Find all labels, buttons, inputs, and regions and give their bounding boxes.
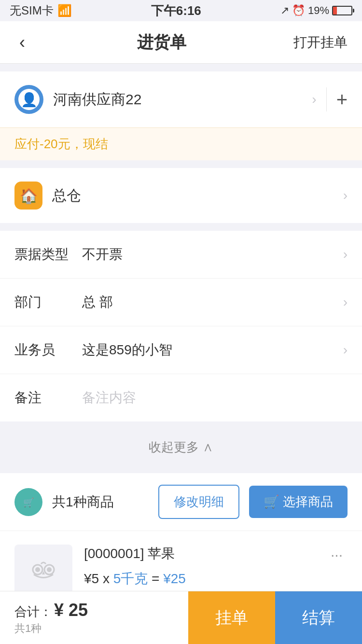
product-more-button[interactable]: ··· [326,545,348,565]
warehouse-section: 🏠 总仓 › [0,168,362,223]
status-bar: 无SIM卡 📶 下午6:16 ↗ ⏰ 19% [0,0,362,21]
alarm-icon: ⏰ [292,4,305,17]
collapse-toggle[interactable]: 收起更多 ∧ [0,429,362,465]
department-label: 部门 [14,293,72,311]
warehouse-row[interactable]: 🏠 总仓 › [0,168,362,223]
svg-text:🛒: 🛒 [23,497,34,508]
hang-button[interactable]: 挂单 [188,591,275,644]
remark-row[interactable]: 备注 备注内容 [0,374,362,421]
salesman-chevron-icon: › [343,342,348,358]
product-name: [0000001] 苹果 [84,545,314,563]
remark-label: 备注 [14,389,72,407]
status-indicators: ↗ ⏰ 19% [280,4,352,17]
invoice-chevron-icon: › [343,247,348,262]
location-icon: ↗ [280,4,289,17]
supplier-avatar: 👤 [14,85,43,114]
supplier-section: 👤 河南供应商22 › + 应付-20元，现结 [0,71,362,160]
salesman-row[interactable]: 业务员 这是859的小智 › [0,326,362,374]
department-row[interactable]: 部门 总 部 › [0,278,362,326]
open-hang-button[interactable]: 打开挂单 [293,33,348,52]
wifi-icon: 📶 [57,4,72,17]
checkout-button[interactable]: 结算 [275,591,362,644]
add-supplier-button[interactable]: + [336,89,348,111]
status-carrier: 无SIM卡 📶 [10,3,72,18]
total-label: 合计： [14,603,52,620]
svg-point-5 [47,567,52,572]
warehouse-icon: 🏠 [14,182,42,210]
page-title: 进货单 [137,31,186,54]
carrier-text: 无SIM卡 [10,3,54,18]
supplier-name: 河南供应商22 [53,90,312,110]
svg-point-4 [35,567,40,572]
notice-banner: 应付-20元，现结 [0,127,362,160]
battery-percent: 19% [308,4,329,17]
cart-icon: 🛒 [264,494,279,509]
products-cart-icon: 🛒 [14,488,42,516]
department-value: 总 部 [72,293,343,311]
status-time: 下午6:16 [151,2,201,19]
product-info: [0000001] 苹果 ¥5 x 5千克 = ¥25 [84,545,314,588]
select-product-button[interactable]: 🛒 选择商品 [249,486,348,518]
total-amount: ¥ 25 [54,600,88,620]
invoice-value: 不开票 [72,245,343,264]
battery-icon [332,6,352,15]
avatar-icon: 👤 [21,92,38,108]
remark-value[interactable]: 备注内容 [72,389,348,407]
warehouse-chevron-icon: › [343,188,348,203]
divider [326,87,327,112]
back-button[interactable]: ‹ [14,28,30,57]
total-section: 合计： ¥ 25 共1种 [0,600,188,636]
product-price: ¥5 x 5千克 = ¥25 [84,570,314,588]
form-section: 票据类型 不开票 › 部门 总 部 › 业务员 这是859的小智 › 备注 备注… [0,231,362,421]
edit-detail-button[interactable]: 修改明细 [158,485,239,519]
invoice-label: 票据类型 [14,245,72,264]
invoice-row[interactable]: 票据类型 不开票 › [0,231,362,278]
products-count: 共1种商品 [52,493,149,511]
nav-bar: ‹ 进货单 打开挂单 [0,21,362,64]
warehouse-icon-symbol: 🏠 [20,187,38,204]
total-count: 共1种 [14,621,174,636]
salesman-label: 业务员 [14,341,72,359]
supplier-row[interactable]: 👤 河南供应商22 › + [0,71,362,127]
products-header: 🛒 共1种商品 修改明细 🛒 选择商品 [0,473,362,531]
salesman-value: 这是859的小智 [72,341,343,359]
supplier-chevron-icon: › [312,92,316,107]
department-chevron-icon: › [343,294,348,310]
warehouse-name: 总仓 [52,186,343,206]
bottom-bar: 合计： ¥ 25 共1种 挂单 结算 [0,591,362,644]
